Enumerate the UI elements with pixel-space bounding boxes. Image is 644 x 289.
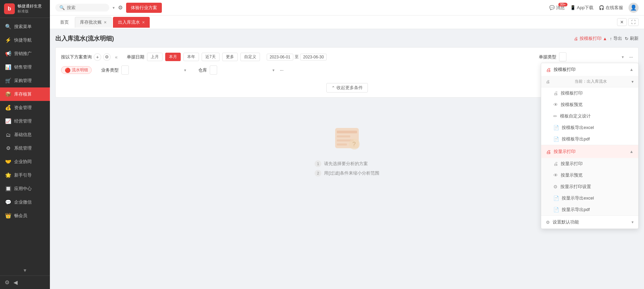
step-1-text: 请先选择要分析的方案 [324,161,368,167]
dropdown-item-template-preview[interactable]: 👁 按模板预览 [541,99,638,110]
template-print-button[interactable]: 🖨 按模板打印 ▲ [574,35,607,42]
dropdown-item-template-design[interactable]: ✏ 模板自定义设计 [541,110,638,122]
app-download-label: App下载 [577,5,593,11]
sidebar-item-11[interactable]: 🌟新手引导 [0,168,50,182]
tab-inventory-batch-close[interactable]: × [104,20,107,25]
dropdown-template-header[interactable]: 🖨 按模板打印 ▲ [541,63,638,76]
filter-tag-label: 流水明细 [72,67,88,73]
app-logo-icon: b [4,3,15,14]
template-pdf-label: 按模板导出pdf [562,136,634,142]
filter-settings-button[interactable]: ⚙ [103,53,111,61]
dropdown-item-display-excel[interactable]: 📄 按显示导出excel [541,192,638,204]
sidebar-item-9[interactable]: ⚙系统管理 [0,141,50,155]
settings-icon[interactable]: ⚙ [5,279,9,286]
online-service-button[interactable]: 🎧 在线客服 [599,5,623,11]
date-7days[interactable]: 近7天 [202,53,219,61]
template-print-label: 按模板打印 [580,35,602,42]
dropdown-display-section: 🖨 按显示打印 ▲ 🖨 按显示打印 👁 按显示预览 ⚙ [541,145,638,216]
sidebar-item-4[interactable]: 🛒采购管理 [0,74,50,87]
sidebar-item-14[interactable]: 👑畅会员 [0,209,50,222]
date-custom[interactable]: 自定义 [240,53,260,61]
sidebar-icon-0: 🔍 [5,23,11,30]
date-this-month[interactable]: 本月 [165,53,181,61]
dropdown-item-display-print[interactable]: 🖨 按显示打印 [541,158,638,169]
filter-add-button[interactable]: + [94,53,101,61]
date-this-year[interactable]: 本年 [183,53,199,61]
collapse-more-btn[interactable]: ⌃ 收起更多条件 [326,83,368,93]
dropdown-item-display-pdf[interactable]: 📄 按显示导出pdf [541,204,638,215]
display-print-label: 按显示打印 [561,161,634,167]
sidebar-item-2[interactable]: 📢营销推广 [0,47,50,60]
sidebar-item-8[interactable]: 🗂基础信息 [0,128,50,141]
voucher-type-select[interactable] [559,52,566,61]
topbar-actions: 💬 消息 99+ 📱 App下载 🎧 在线客服 👤 [549,3,639,13]
sidebar-icon-10: 🤝 [5,158,11,165]
filter-collapse-button[interactable]: « [113,53,120,61]
tab-home[interactable]: 首页 [55,17,74,28]
tabs-close-all[interactable]: ✕ [617,18,627,26]
sidebar-scroll-down[interactable]: ▾ [0,265,50,275]
sidebar-label-3: 销售管理 [14,64,32,70]
warehouse-ellipsis[interactable]: ··· [280,68,284,73]
current-label-text: 当前：出入库流水 [575,79,607,84]
date-range-start[interactable]: 2023-06-01 [267,54,293,60]
template-excel-label: 按模板导出excel [562,125,634,131]
sidebar-item-0[interactable]: 🔍搜索菜单 [0,20,50,33]
topbar-gear-icon[interactable]: ⚙ [118,4,123,11]
dropdown-display-header[interactable]: 🖨 按显示打印 ▲ [541,145,638,158]
dropdown-item-template-pdf[interactable]: 📄 按模板导出pdf [541,133,638,145]
sidebar-item-13[interactable]: 💬企业微信 [0,195,50,209]
default-function-icon: ⚙ [546,220,550,225]
refresh-button[interactable]: ↻ 刷新 [625,35,639,42]
current-label: 🖨 当前：出入库流水 ▾ [541,76,638,87]
sidebar-item-6[interactable]: 💰资金管理 [0,101,50,114]
sidebar-icon-11: 🌟 [5,172,11,179]
date-last-month[interactable]: 上月 [147,53,163,61]
sidebar: b 畅捷通好生意 标准版 🔍搜索菜单⚡快捷导航📢营销推广📊销售管理🛒采购管理📦库… [0,0,50,289]
empty-step-1: 1 请先选择要分析的方案 [315,160,379,167]
sidebar-item-10[interactable]: 🤝企业协同 [0,155,50,168]
business-type-label: 业务类型 [101,67,119,73]
dropdown-default-section[interactable]: ⚙ 设置默认功能 ▾ [541,216,638,229]
sidebar-item-12[interactable]: 🔲应用中心 [0,182,50,195]
dropdown-item-display-preview[interactable]: 👁 按显示预览 [541,169,638,181]
tab-inventory-batch[interactable]: 库存批次账 × [75,17,112,28]
sidebar-item-5[interactable]: 📦库存核算 [0,87,50,101]
date-range-end[interactable]: 2023-06-30 [300,54,327,60]
warehouse-label: 仓库 [198,67,207,73]
collapse-icon[interactable]: ◀ [13,279,18,286]
sidebar-icon-13: 💬 [5,199,11,206]
topbar-chevron-icon[interactable]: ▾ [113,5,115,10]
app-download-button[interactable]: 📱 App下载 [570,5,593,11]
topbar-search[interactable]: 🔍 [55,4,109,11]
template-print-item-label: 按模板打印 [561,90,634,96]
display-section-icon: 🖨 [546,149,551,155]
business-type-select[interactable] [121,65,129,75]
tab-stock-flow-close[interactable]: × [142,20,145,25]
voucher-ellipsis[interactable]: ··· [629,54,633,59]
message-button[interactable]: 💬 消息 99+ [549,5,565,11]
template-print-chevron-up: ▲ [603,36,607,41]
filter-tag-flow[interactable]: 🔴 流水明细 [61,66,92,74]
scroll-down-button[interactable]: ▾ [24,267,26,273]
display-print-icon: 🖨 [553,161,558,166]
export-button[interactable]: ↑ 导出 [610,35,622,42]
date-more[interactable]: 更多 [222,53,238,61]
sidebar-item-7[interactable]: 📈经营管理 [0,114,50,128]
tabs-maximize[interactable]: ⛶ [628,18,639,26]
search-input[interactable] [67,5,100,10]
dropdown-item-template-excel[interactable]: 📄 按模板导出excel [541,122,638,133]
display-preview-label: 按显示预览 [561,172,634,178]
warehouse-select[interactable] [210,65,217,75]
user-avatar[interactable]: 👤 [628,3,639,13]
printer-icon: 🖨 [574,36,578,41]
dropdown-item-display-settings[interactable]: ⚙ 按显示打印设置 [541,181,638,192]
tab-stock-flow-label: 出入库流水 [118,19,140,25]
display-excel-label: 按显示导出excel [562,195,634,201]
display-excel-icon: 📄 [553,195,559,201]
dropdown-item-template-print[interactable]: 🖨 按模板打印 [541,87,638,99]
tab-stock-flow[interactable]: 出入库流水 × [113,17,150,28]
sidebar-item-1[interactable]: ⚡快捷导航 [0,33,50,47]
sidebar-item-3[interactable]: 📊销售管理 [0,60,50,74]
industry-solution-button[interactable]: 体验行业方案 [126,3,162,13]
